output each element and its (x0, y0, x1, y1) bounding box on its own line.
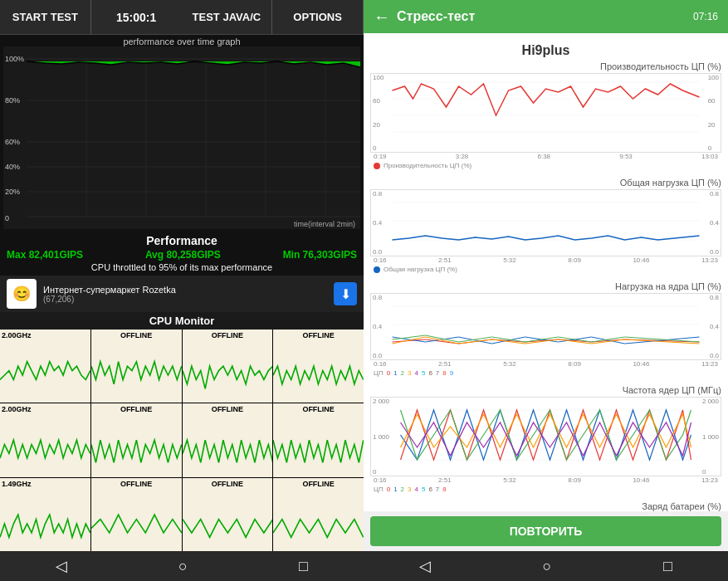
top-bar: START TEST 15:00:1 TEST JAVA/C OPTIONS (0, 0, 364, 35)
home-nav-icon[interactable]: ○ (178, 558, 188, 575)
chart-core-load-legend: ЦП 0 1 2 3 4 5 6 7 8 9 (370, 368, 721, 378)
core-0-label: 0 (387, 369, 390, 377)
right-back-nav-icon[interactable]: ◁ (419, 557, 431, 575)
back-arrow-button[interactable]: ← (374, 7, 390, 27)
cpu-cell-10-status: OFFLINE (212, 480, 244, 488)
cpu-cell-2: OFFLINE (183, 330, 273, 403)
perf-avg: Avg 80,258GIPS (145, 249, 221, 261)
chart-cpu-load: Общая нагрузка ЦП (%) 0.80.40.0 0.80.40.… (370, 178, 721, 275)
chart-cpu-load-x-labels: 0:162:515:328:0910:4613:23 (370, 256, 721, 264)
freq-core-3: 3 (408, 486, 411, 493)
chart-cpu-load-axis-right: 0.80.40.0 (710, 190, 719, 256)
cpu-cell-7: OFFLINE (273, 403, 364, 476)
chart-cpu-perf-wrapper: 10060200 10060200 (370, 73, 721, 153)
chart-cpu-freq-legend: ЦП 0 1 2 3 4 5 6 7 8 (370, 484, 721, 495)
perf-graph-svg: 100% 80% 60% 40% 20% 0 (3, 46, 360, 229)
test-java-button[interactable]: TEST JAVA/C (182, 0, 273, 34)
right-menu-nav-icon[interactable]: □ (663, 558, 672, 575)
chart-cpu-freq: Частота ядер ЦП (МГц) 2 0001 0000 (370, 385, 721, 495)
ad-download-button[interactable]: ⬇ (334, 282, 357, 305)
chart-cpu-freq-axis-right: 2 0001 0000 (702, 398, 719, 476)
cpu-cell-3: OFFLINE (273, 330, 364, 403)
core-8-label: 8 (442, 369, 446, 377)
freq-core-1: 1 (393, 486, 397, 493)
back-nav-icon[interactable]: ◁ (56, 557, 67, 575)
right-time-display: 07:16 (693, 11, 718, 22)
perf-graph-title: performance over time graph (3, 37, 360, 46)
chart-cpu-load-axis-left: 0.80.40.0 (373, 190, 382, 256)
cpu-cell-3-status: OFFLINE (302, 331, 335, 339)
right-home-nav-icon[interactable]: ○ (543, 558, 552, 575)
chart-cpu-freq-x-labels: 0:162:515:328:0910:4613:23 (370, 476, 721, 484)
freq-core-4: 4 (414, 486, 418, 493)
left-panel: START TEST 15:00:1 TEST JAVA/C OPTIONS p… (0, 0, 364, 581)
cpu-cell-4: 2.00GHz (0, 403, 90, 476)
chart-cpu-perf-legend-dot (374, 163, 380, 169)
core-5-label: 5 (422, 369, 425, 377)
cpu-cell-0: 2.00GHz (0, 330, 90, 403)
perf-graph-section: performance over time graph 100% 80% 60%… (0, 35, 364, 231)
left-nav-bar: ◁ ○ □ (0, 551, 364, 581)
timer-display: 15:00:1 (91, 11, 182, 24)
cpu-cell-8: 1.49GHz (0, 478, 90, 551)
cpu-cell-10: OFFLINE (183, 478, 273, 551)
cpu-cell-1: OFFLINE (91, 330, 182, 403)
device-title: Hi9plus (370, 40, 721, 61)
cpu-cell-0-label: 2.00GHz (2, 331, 32, 339)
chart-core-load-axis-right: 0.80.40.0 (710, 294, 719, 359)
chart-cpu-perf: Производительность ЦП (%) 10060200 10060… (370, 61, 721, 171)
cpu-cell-7-status: OFFLINE (302, 405, 335, 413)
svg-text:time(interval 2min): time(interval 2min) (294, 220, 355, 228)
cpu-cell-2-status: OFFLINE (212, 331, 244, 339)
performance-title: Performance (7, 234, 357, 247)
options-button[interactable]: OPTIONS (272, 0, 364, 34)
chart-cpu-perf-axis-left: 10060200 (373, 74, 384, 152)
core-1-label: 1 (393, 369, 397, 377)
chart-cpu-freq-title: Частота ядер ЦП (МГц) (370, 385, 721, 395)
svg-text:80%: 80% (5, 96, 20, 105)
chart-battery-title: Заряд батареи (%) (370, 501, 721, 511)
ad-banner[interactable]: 😊 Интернет-супермаркет Rozetka (67,206) … (0, 276, 364, 312)
cpu-cell-9-status: OFFLINE (120, 480, 153, 488)
core-9-label: 9 (450, 369, 453, 377)
svg-text:40%: 40% (5, 163, 20, 171)
chart-core-load-wrapper: 0.80.40.0 0.80.40.0 (370, 293, 721, 360)
perf-graph-container: 100% 80% 60% 40% 20% 0 (3, 46, 360, 229)
ad-subtitle: (67,206) (43, 295, 327, 304)
cpu-grid: 2.00GHz OFFLINE OFFLINE OFFLINE 2.00GH (0, 330, 364, 551)
cpu-cell-6-status: OFFLINE (212, 405, 244, 413)
stress-test-title: Стресс-тест (397, 9, 475, 24)
repeat-button[interactable]: ПОВТОРИТЬ (370, 516, 721, 546)
chart-cpu-perf-x-labels: 0:193:286:389:5313:03 (370, 153, 721, 160)
chart-cpu-freq-axis-left: 2 0001 0000 (373, 398, 389, 476)
chart-cpu-load-legend: Общая нагрузка ЦП (%) (370, 264, 721, 275)
cpu-cell-11: OFFLINE (273, 478, 364, 551)
cpu-cell-5-status: OFFLINE (120, 405, 153, 413)
right-header: ← Стресс-тест 07:16 (364, 0, 728, 33)
freq-core-2: 2 (401, 486, 404, 493)
right-content: Hi9plus Производительность ЦП (%) 100602… (364, 33, 728, 511)
chart-cpu-perf-title: Производительность ЦП (%) (370, 61, 721, 71)
freq-core-8: 8 (442, 486, 446, 493)
cpu-cell-9: OFFLINE (91, 478, 182, 551)
right-nav-bar: ◁ ○ □ (364, 551, 728, 581)
freq-core-6: 6 (428, 486, 432, 493)
chart-cpu-perf-legend: Производительность ЦП (%) (370, 160, 721, 171)
freq-core-5: 5 (422, 486, 425, 493)
core-2-label: 2 (401, 369, 404, 377)
throttle-text: CPU throttled to 95% of its max performa… (7, 262, 357, 272)
perf-stats-row: Max 82,401GIPS Avg 80,258GIPS Min 76,303… (7, 247, 357, 262)
performance-section: Performance Max 82,401GIPS Avg 80,258GIP… (0, 231, 364, 276)
cpu-monitor-title: CPU Monitor (0, 312, 364, 330)
chart-core-load-x-labels: 0:162:515:328:0910:4613:23 (370, 360, 721, 368)
freq-core-7: 7 (436, 486, 439, 493)
chart-cpu-freq-wrapper: 2 0001 0000 2 0001 0000 (370, 397, 721, 476)
ad-title: Интернет-супермаркет Rozetka (43, 285, 327, 295)
chart-cpu-freq-svg (398, 398, 694, 472)
start-test-button[interactable]: START TEST (0, 0, 91, 34)
chart-core-load: Нагрузка на ядра ЦП (%) 0.80.40.0 0.80.4 (370, 281, 721, 378)
menu-nav-icon[interactable]: □ (299, 558, 308, 575)
cpu-cell-8-label: 1.49GHz (2, 480, 32, 488)
right-panel: ← Стресс-тест 07:16 Hi9plus Производител… (364, 0, 728, 581)
chart-cpu-load-wrapper: 0.80.40.0 0.80.40.0 (370, 189, 721, 256)
